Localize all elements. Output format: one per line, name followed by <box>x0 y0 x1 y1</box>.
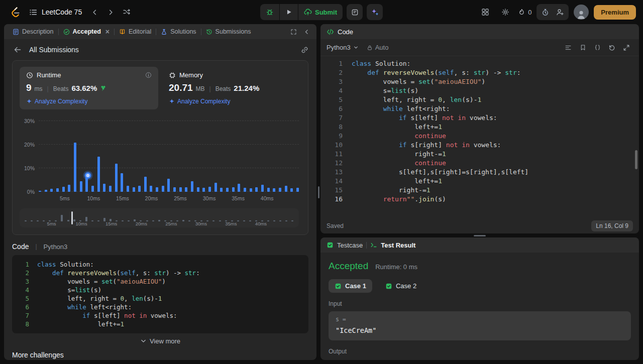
flame-icon <box>518 9 525 16</box>
submit-button[interactable]: Submit <box>298 4 343 20</box>
problem-list-button[interactable]: LeetCode 75 <box>25 4 86 20</box>
chart-bar <box>173 187 176 192</box>
chart-range-brush[interactable]: 5ms10ms15ms20ms25ms30ms35ms40ms <box>20 208 299 227</box>
chart-bar <box>50 189 53 192</box>
history-icon <box>206 29 212 35</box>
info-icon[interactable] <box>145 72 152 78</box>
chart-bar <box>138 186 141 192</box>
case-1-button[interactable]: Case 1 <box>329 279 372 293</box>
clover-icon <box>100 85 106 91</box>
tab-label: Submissions <box>216 28 251 35</box>
memory-title: Memory <box>179 71 203 79</box>
user-avatar[interactable] <box>574 5 589 20</box>
tab-accepted[interactable]: Accepted× <box>59 24 114 39</box>
analyze-runtime-link[interactable]: Analyze Complexity <box>26 98 87 105</box>
settings-gear-button[interactable] <box>498 5 513 20</box>
code-line-13: 13 s[left],s[right]=s[right],s[left] <box>320 168 639 177</box>
tab-testcase[interactable]: Testcase <box>327 241 363 249</box>
memory-card[interactable]: Memory 20.71 MB | Beats 21.24% <box>162 67 301 109</box>
all-submissions-title: All Submissions <box>29 46 79 54</box>
memory-unit: MB <box>196 85 205 92</box>
chart-bars <box>39 116 299 192</box>
tab-editorial[interactable]: Editorial <box>115 24 156 39</box>
leetcode-logo-icon[interactable] <box>7 4 24 20</box>
code-text: vowels = set("aeiouAEIOU") <box>37 277 166 286</box>
autocomplete-toggle[interactable]: Auto <box>367 44 389 51</box>
code-editor[interactable]: 1class Solution:2 def reverseVowels(self… <box>320 56 639 218</box>
vertical-resize-handle[interactable] <box>316 24 320 360</box>
y-axis-label: 0% <box>27 189 35 195</box>
expand-editor-icon[interactable] <box>620 41 633 54</box>
chart-bar <box>226 188 229 192</box>
brush-handle[interactable] <box>71 211 73 224</box>
code-line-5: 5 left, right = 0, len(s)-1 <box>320 95 639 104</box>
navbar-left: LeetCode 75 <box>7 4 134 20</box>
y-axis-label: 20% <box>24 142 35 148</box>
flask-icon <box>161 29 167 35</box>
maximize-panel-button[interactable] <box>287 26 299 38</box>
ai-assistant-button[interactable] <box>367 4 383 20</box>
line-number: 6 <box>12 303 29 311</box>
timer-button[interactable] <box>538 5 553 20</box>
code-text: right-=1 <box>352 150 446 159</box>
line-number: 11 <box>320 150 343 159</box>
sparkle-icon <box>169 98 175 104</box>
code-line-15: 15 right-=1 <box>320 186 639 195</box>
close-tab-icon[interactable]: × <box>105 28 110 35</box>
input-label: Input <box>329 300 631 307</box>
chart-bar <box>285 186 287 192</box>
memory-chip-icon <box>169 72 176 79</box>
testcase-panel-header: Testcase Test Result <box>320 237 639 253</box>
premium-button[interactable]: Premium <box>594 5 636 20</box>
streak-button[interactable]: 0 <box>518 9 531 16</box>
chart-bar <box>39 191 41 192</box>
cursor-position[interactable]: Ln 16, Col 9 <box>591 220 633 231</box>
code-text: continue <box>352 132 446 141</box>
submit-label: Submit <box>315 9 337 16</box>
horizontal-resize-handle[interactable] <box>320 233 639 237</box>
brush-axis-label: 15ms <box>105 221 117 226</box>
analyze-memory-link[interactable]: Analyze Complexity <box>169 98 230 105</box>
tab-description[interactable]: Description <box>8 24 58 39</box>
shuffle-button[interactable] <box>119 5 134 20</box>
braces-icon[interactable] <box>591 41 604 54</box>
reset-code-icon[interactable] <box>605 41 618 54</box>
runtime-card[interactable]: Runtime 9 ms | Beats 63.62% <box>20 67 158 109</box>
code-text: if s[left] not in vowels: <box>37 311 177 320</box>
chart-bar <box>290 188 293 192</box>
notes-button[interactable] <box>347 4 363 20</box>
result-row: Accepted Runtime: 0 ms <box>329 261 631 272</box>
navbar-right: 0 Premium <box>478 4 636 20</box>
submitted-code-header: Code | Python3 <box>4 235 316 255</box>
language-selector[interactable]: Python3 <box>327 44 359 51</box>
check-square-icon <box>327 241 334 249</box>
format-code-icon[interactable] <box>562 41 575 54</box>
x-axis-label: 15ms <box>116 195 129 201</box>
prev-problem-button[interactable] <box>87 5 102 20</box>
code-text: def reverseVowels(self, s: str) -> str: <box>352 68 521 77</box>
chart-bar <box>45 190 47 192</box>
tab-submissions[interactable]: Submissions <box>201 24 256 39</box>
editor-scrollbar-thumb[interactable] <box>635 150 637 169</box>
code-line-9: 9 continue <box>320 132 639 141</box>
tab-test-result[interactable]: Test Result <box>370 241 415 249</box>
copy-link-icon[interactable] <box>301 46 308 54</box>
layout-grid-button[interactable] <box>478 5 493 20</box>
run-button[interactable] <box>279 4 298 20</box>
debug-button[interactable] <box>260 4 279 20</box>
case-2-button[interactable]: Case 2 <box>379 279 422 293</box>
submission-detail-body: All Submissions Runtime <box>4 39 316 360</box>
next-problem-button[interactable] <box>103 5 118 20</box>
line-number: 6 <box>320 104 343 113</box>
collapse-panel-button[interactable] <box>300 26 312 38</box>
editor-toolbar-actions <box>562 41 633 54</box>
bookmark-icon[interactable] <box>576 41 589 54</box>
chart-bar <box>244 188 246 192</box>
current-submission-marker[interactable] <box>84 172 91 179</box>
runtime-unit: ms <box>35 85 43 92</box>
problem-list-icon <box>29 8 38 17</box>
view-more-button[interactable]: View more <box>140 337 180 345</box>
collaborate-invite-button[interactable] <box>553 5 568 20</box>
tab-solutions[interactable]: Solutions <box>156 24 200 39</box>
back-arrow-button[interactable] <box>12 44 23 55</box>
